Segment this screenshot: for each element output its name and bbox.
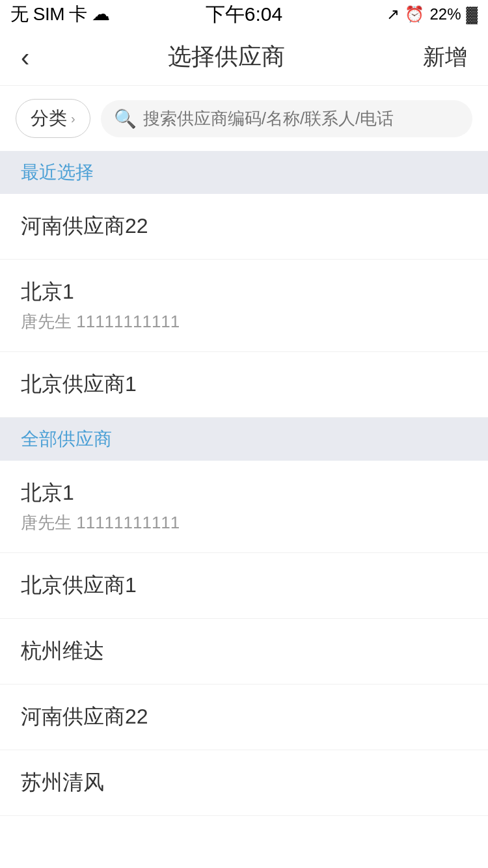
battery-icon: ▓ [467,5,478,23]
list-item[interactable]: 北京1唐先生 11111111111 [0,461,488,553]
supplier-name: 河南供应商22 [21,212,467,241]
list-item[interactable]: 北京供应商1 [0,553,488,619]
supplier-name: 北京供应商1 [21,571,467,600]
supplier-contact: 唐先生 11111111111 [21,511,467,534]
supplier-name: 杭州维达 [21,637,467,666]
back-button[interactable]: ‹ [21,44,29,70]
nav-bar: ‹ 选择供应商 新增 [0,29,488,86]
status-left: 无 SIM 卡 ☁ [10,2,110,27]
section-header-all: 全部供应商 [0,418,488,461]
list-item[interactable]: 杭州维达 [0,619,488,685]
search-input[interactable] [143,109,459,129]
list-item[interactable]: 北京1唐先生 11111111111 [0,260,488,352]
supplier-list: 最近选择河南供应商22北京1唐先生 11111111111北京供应商1全部供应商… [0,151,488,816]
search-icon: 🔍 [114,108,137,129]
status-time: 下午6:04 [206,1,282,28]
supplier-contact: 唐先生 11111111111 [21,310,467,333]
section-title-all: 全部供应商 [21,429,112,449]
location-icon: ↗ [386,5,400,23]
supplier-name: 河南供应商22 [21,703,467,731]
section-header-recent: 最近选择 [0,151,488,194]
section-title-recent: 最近选择 [21,162,94,182]
category-label: 分类 [31,106,67,131]
filter-bar: 分类 › 🔍 [0,86,488,151]
list-item[interactable]: 北京供应商1 [0,352,488,418]
page-title: 选择供应商 [168,41,285,73]
search-box[interactable]: 🔍 [101,100,472,137]
list-item[interactable]: 苏州清风 [0,750,488,816]
category-filter[interactable]: 分类 › [16,99,90,138]
status-bar: 无 SIM 卡 ☁ 下午6:04 ↗ ⏰ 22% ▓ [0,0,488,29]
chevron-right-icon: › [71,111,75,126]
list-item[interactable]: 河南供应商22 [0,194,488,260]
add-button[interactable]: 新增 [423,42,467,72]
status-right: ↗ ⏰ 22% ▓ [386,5,478,23]
supplier-name: 北京1 [21,479,467,508]
battery-level: 22% [429,5,461,23]
alarm-icon: ⏰ [405,5,424,23]
list-item[interactable]: 河南供应商22 [0,685,488,750]
supplier-name: 北京供应商1 [21,370,467,399]
supplier-name: 北京1 [21,278,467,306]
supplier-name: 苏州清风 [21,768,467,797]
